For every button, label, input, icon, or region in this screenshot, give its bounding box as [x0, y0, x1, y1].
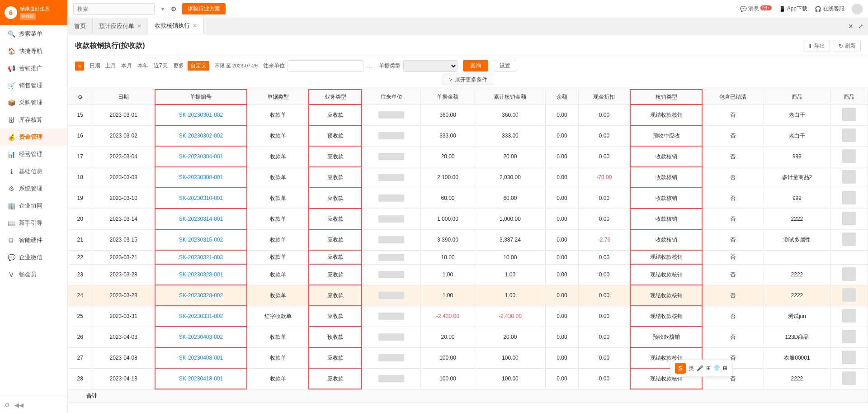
settings-gear-icon[interactable]: ⚙	[171, 5, 177, 13]
row-date: 2023-03-04	[92, 146, 155, 167]
product-image	[842, 371, 856, 385]
table-row[interactable]: 15 2023-03-01 SK-20230301-002 收款单 应收款 ██…	[68, 104, 868, 125]
sidebar-label-system: 系统管理	[19, 185, 42, 193]
row-product-img	[830, 229, 868, 250]
date-range-display: 不限 至 2023-07-26	[215, 62, 258, 69]
col-settings-icon[interactable]: ⚙	[78, 94, 83, 100]
doc-no-link[interactable]: SK-20230302-002	[179, 133, 223, 139]
sidebar-item-marketing[interactable]: 📢营销推广	[0, 60, 67, 77]
sidebar-item-inventory[interactable]: 🗄库存核算	[0, 111, 67, 128]
table-row[interactable]: 17 2023-03-04 SK-20230304-001 收款单 应收款 ██…	[68, 146, 868, 167]
table-row[interactable]: 27 2023-04-08 SK-20230408-001 收款单 应收款 ██…	[68, 347, 868, 368]
table-row[interactable]: 28 2023-04-18 SK-20230418-001 收款单 应收款 ██…	[68, 368, 868, 389]
custom-date-btn[interactable]: 自定义	[188, 61, 209, 71]
doc-no-link[interactable]: SK-20230314-001	[179, 216, 223, 222]
tab-close-collection[interactable]: ✕	[193, 23, 197, 29]
this-month-btn[interactable]: 本月	[119, 61, 134, 71]
sidebar-item-search[interactable]: 🔍搜索菜单	[0, 25, 67, 43]
doc-type-select[interactable]	[403, 60, 458, 72]
table-row[interactable]: 25 2023-03-31 SK-20230331-002 红字收款单 应收款 …	[68, 306, 868, 327]
sidebar-item-guide[interactable]: 📖新手引导	[0, 214, 67, 232]
messages-button[interactable]: 💬 消息 99+	[740, 5, 772, 13]
table-row[interactable]: 16 2023-03-02 SK-20230302-002 收款单 预收款 ██…	[68, 125, 868, 146]
sidebar-item-system[interactable]: ⚙系统管理	[0, 180, 67, 197]
table-row[interactable]: 21 2023-03-15 SK-20230315-002 收款单 应收款 ██…	[68, 229, 868, 250]
query-button[interactable]: 查询	[463, 60, 488, 71]
sidebar-item-member[interactable]: V畅会员	[0, 266, 67, 283]
doc-no-link[interactable]: SK-20230321-003	[179, 254, 223, 261]
sidebar-icon-member: V	[7, 271, 15, 278]
last-month-btn[interactable]: 上月	[103, 61, 118, 71]
row-no: 17	[68, 146, 92, 167]
toggle-filter-icon[interactable]: »	[75, 62, 84, 71]
row-product: 2222	[764, 285, 830, 306]
sidebar-item-finance[interactable]: 💰资金管理	[0, 128, 67, 146]
sidebar-icon-basic: ℹ	[7, 168, 15, 175]
doc-no-link[interactable]: SK-20230304-001	[179, 153, 223, 160]
row-date: 2023-04-18	[92, 368, 155, 389]
doc-no-link[interactable]: SK-20230328-001	[179, 271, 223, 278]
row-partner: ██	[362, 264, 421, 285]
doc-no-link[interactable]: SK-20230301-002	[179, 112, 223, 118]
this-year-btn[interactable]: 本年	[136, 61, 150, 71]
col-gear[interactable]: ⚙	[68, 90, 92, 104]
table-row[interactable]: 23 2023-03-28 SK-20230328-001 收款单 应收款 ██…	[68, 264, 868, 285]
table-row[interactable]: 22 2023-03-21 SK-20230321-003 收款单 应收款 ██…	[68, 250, 868, 264]
sidebar-item-basic[interactable]: ℹ基础信息	[0, 163, 67, 180]
table-row[interactable]: 18 2023-03-08 SK-20230308-001 收款单 应收款 ██…	[68, 167, 868, 188]
sidebar-item-corp[interactable]: 🏢企业协同	[0, 197, 67, 214]
col-product-img: 商品	[830, 90, 868, 104]
doc-no-link[interactable]: SK-20230328-002	[179, 292, 223, 299]
doc-no-link[interactable]: SK-20230308-001	[179, 174, 223, 180]
sidebar-item-quicknav[interactable]: 🏠快捷导航	[0, 43, 67, 60]
message-count-badge: 99+	[760, 5, 772, 10]
col-doc-type: 单据类型	[247, 90, 309, 104]
table-row[interactable]: 26 2023-04-03 SK-20230403-002 收款单 预收款 ██…	[68, 327, 868, 347]
refresh-button[interactable]: ↻ 刷新	[834, 40, 861, 52]
table-row[interactable]: 19 2023-03-10 SK-20230310-001 收款单 应收款 ██…	[68, 188, 868, 209]
export-button[interactable]: ⬆ 导出	[803, 40, 830, 52]
app-download-button[interactable]: 📱 App下载	[779, 5, 807, 13]
more-date-btn[interactable]: 更多	[171, 61, 186, 71]
table-row[interactable]: 20 2023-03-14 SK-20230314-001 收款单 应收款 ██…	[68, 209, 868, 229]
tab-prepay[interactable]: 预计应应付单✕	[93, 18, 148, 34]
sidebar-settings-icon[interactable]: ⚙	[5, 402, 10, 408]
row-product: 999	[764, 188, 830, 209]
last-7-days-btn[interactable]: 近7天	[152, 61, 170, 71]
close-tab-icon[interactable]: ✕	[848, 23, 854, 30]
expand-icon[interactable]: ⤢	[858, 23, 863, 30]
row-verify-type: 预收款核销	[630, 327, 702, 347]
doc-no-link[interactable]: SK-20230418-001	[179, 375, 223, 382]
row-amount: 1.00	[421, 285, 475, 306]
search-input[interactable]	[73, 3, 155, 15]
main-area: ▼ ⚙ 体验行业方案 💬 消息 99+ 📱 App下载 🎧 在线客服 首页预计应…	[68, 0, 868, 413]
row-product: 衣服00001	[764, 347, 830, 368]
doc-no-link[interactable]: SK-20230408-001	[179, 355, 223, 361]
partner-input[interactable]	[288, 60, 363, 72]
row-no: 25	[68, 306, 92, 327]
doc-no-link[interactable]: SK-20230403-002	[179, 334, 223, 340]
tab-home[interactable]: 首页	[68, 18, 93, 34]
sidebar-collapse-icon[interactable]: ◀◀	[14, 402, 24, 408]
doc-no-link[interactable]: SK-20230315-002	[179, 237, 223, 243]
table-row[interactable]: 24 2023-03-28 SK-20230328-002 收款单 应收款 ██…	[68, 285, 868, 306]
tab-collection[interactable]: 收款核销执行✕	[148, 18, 204, 34]
row-discount: 0.00	[578, 209, 630, 229]
chevron-down-icon[interactable]: ▼	[160, 6, 165, 12]
doc-no-link[interactable]: SK-20230331-002	[179, 313, 223, 319]
sidebar-item-hardware[interactable]: 🖥智能硬件	[0, 232, 67, 249]
sidebar-item-purchase[interactable]: 📦采购管理	[0, 94, 67, 111]
expand-conditions-button[interactable]: ∨ 展开更多条件	[443, 75, 493, 85]
sidebar-item-operation[interactable]: 📊经营管理	[0, 146, 67, 163]
filter-setting-button[interactable]: 设置	[494, 60, 516, 72]
sidebar-item-sales[interactable]: 🛒销售管理	[0, 77, 67, 94]
user-avatar[interactable]	[852, 4, 863, 14]
sidebar-brand-name: 畅康道好生意	[20, 5, 50, 12]
tab-close-prepay[interactable]: ✕	[137, 23, 142, 29]
industry-solution-button[interactable]: 体验行业方案	[182, 3, 226, 14]
row-accumulated: 333.00	[475, 125, 546, 146]
sidebar-item-wechat[interactable]: 💬企业微信	[0, 249, 67, 266]
doc-no-link[interactable]: SK-20230310-001	[179, 195, 223, 201]
date-filter-buttons: 上月 本月 本年 近7天 更多 自定义	[103, 61, 209, 71]
online-service-button[interactable]: 🎧 在线客服	[815, 5, 844, 13]
